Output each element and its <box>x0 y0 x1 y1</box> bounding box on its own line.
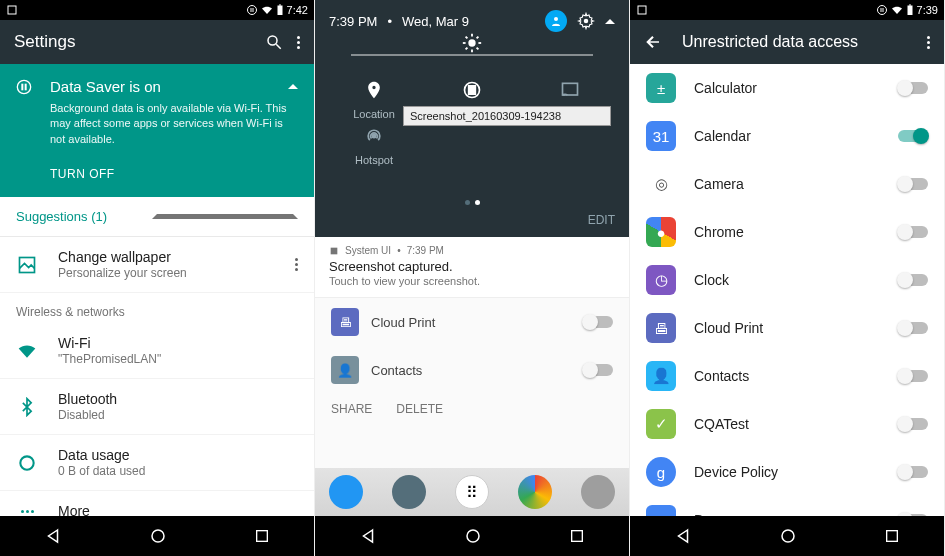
svg-point-8 <box>17 80 30 93</box>
svg-rect-5 <box>279 5 281 6</box>
share-button[interactable]: SHARE <box>331 402 372 416</box>
app-row[interactable]: 🖶Cloud Print <box>630 304 944 352</box>
app-row[interactable]: ±Calculator <box>630 64 944 112</box>
tile-label: Location <box>353 108 395 120</box>
home-nav-icon[interactable] <box>149 527 167 545</box>
toggle[interactable] <box>583 364 613 376</box>
toggle[interactable] <box>898 82 928 94</box>
home-nav-icon[interactable] <box>779 527 797 545</box>
data-saver-status-icon <box>246 4 258 16</box>
recents-nav-icon[interactable] <box>569 528 585 544</box>
app-row[interactable]: 👤Contacts <box>630 352 944 400</box>
qs-time: 7:39 PM <box>329 14 377 29</box>
suggestions-header[interactable]: Suggestions (1) <box>0 197 314 237</box>
bluetooth-item[interactable]: Bluetooth Disabled <box>0 379 314 435</box>
toggle[interactable] <box>898 130 928 142</box>
item-subtitle: Personalize your screen <box>58 266 275 280</box>
app-row[interactable]: ≡Docs <box>630 496 944 516</box>
app-row[interactable]: ◷Clock <box>630 256 944 304</box>
cast-icon <box>560 80 580 100</box>
app-row[interactable]: gDevice Policy <box>630 448 944 496</box>
toggle[interactable] <box>898 466 928 478</box>
turnoff-button[interactable]: TURN OFF <box>50 161 115 187</box>
app-name: CQATest <box>694 416 880 432</box>
back-arrow-icon[interactable] <box>644 33 662 51</box>
svg-rect-36 <box>880 8 881 12</box>
toggle[interactable] <box>898 370 928 382</box>
toggle[interactable] <box>898 226 928 238</box>
dataaccess-screen: 7:39 Unrestricted data access ±Calculato… <box>630 0 945 556</box>
toggle[interactable] <box>583 316 613 328</box>
edit-button[interactable]: EDIT <box>315 213 629 237</box>
screenshot-toast: Screenshot_20160309-194238 <box>403 106 611 126</box>
data-saver-status-icon <box>876 4 888 16</box>
screenshot-notification[interactable]: System UI • 7:39 PM Screenshot captured.… <box>315 237 629 298</box>
home-nav-icon[interactable] <box>464 527 482 545</box>
app-row[interactable]: ●Chrome <box>630 208 944 256</box>
datasaver-banner[interactable]: Data Saver is on Background data is only… <box>0 64 314 197</box>
phone-app-icon[interactable] <box>329 475 363 509</box>
back-nav-icon[interactable] <box>674 527 692 545</box>
svg-rect-31 <box>331 247 338 254</box>
share-cloudprint-row[interactable]: 🖶 Cloud Print <box>315 298 629 346</box>
recents-nav-icon[interactable] <box>884 528 900 544</box>
settings-appbar: Settings <box>0 20 314 64</box>
apps-drawer-icon[interactable]: ⠿ <box>455 475 489 509</box>
app-row[interactable]: 31Calendar <box>630 112 944 160</box>
svg-rect-39 <box>909 5 911 6</box>
wifi-status-icon <box>891 4 903 16</box>
hotspot-tile[interactable]: Hotspot <box>325 126 423 166</box>
item-overflow-icon[interactable] <box>295 258 298 271</box>
brightness-slider[interactable] <box>315 42 629 60</box>
datausage-icon <box>16 453 38 473</box>
notif-app: System UI <box>345 245 391 256</box>
wifi-item[interactable]: Wi-Fi "ThePromisedLAN" <box>0 323 314 379</box>
datasaver-title: Data Saver is on <box>50 78 270 95</box>
app-icon: ● <box>646 217 676 247</box>
nav-bar <box>630 516 944 556</box>
brightness-icon <box>461 32 483 54</box>
share-contacts-row[interactable]: 👤 Contacts <box>315 346 629 394</box>
svg-line-22 <box>466 37 468 39</box>
chevron-up-icon[interactable] <box>288 84 298 89</box>
settings-screen: 7:42 Settings Data Saver is on Backgroun… <box>0 0 315 556</box>
datausage-item[interactable]: Data usage 0 B of data used <box>0 435 314 491</box>
nav-bar <box>0 516 314 556</box>
svg-point-13 <box>152 530 164 542</box>
change-wallpaper-item[interactable]: Change wallpaper Personalize your screen <box>0 237 314 293</box>
svg-rect-3 <box>252 8 253 12</box>
app-name: Camera <box>694 176 880 192</box>
collapse-icon[interactable] <box>605 19 615 24</box>
toggle[interactable] <box>898 322 928 334</box>
notif-title: Screenshot captured. <box>329 259 615 274</box>
app-icon: ◎ <box>646 169 676 199</box>
delete-button[interactable]: DELETE <box>396 402 443 416</box>
gear-icon[interactable] <box>577 12 595 30</box>
camera-app-icon[interactable] <box>581 475 615 509</box>
svg-point-17 <box>468 39 475 46</box>
overflow-menu-icon[interactable] <box>927 36 930 49</box>
app-icon: g <box>646 457 676 487</box>
messages-app-icon[interactable] <box>392 475 426 509</box>
notif-subtitle: Touch to view your screenshot. <box>329 275 615 287</box>
app-list[interactable]: ±Calculator31Calendar◎Camera●Chrome◷Cloc… <box>630 64 944 516</box>
overflow-menu-icon[interactable] <box>297 36 300 49</box>
svg-rect-2 <box>250 8 251 12</box>
statusbar: 7:39 <box>630 0 944 20</box>
chrome-app-icon[interactable] <box>518 475 552 509</box>
share-label: Cloud Print <box>371 315 435 330</box>
svg-point-12 <box>20 456 33 469</box>
toggle[interactable] <box>898 178 928 190</box>
back-nav-icon[interactable] <box>44 527 62 545</box>
nav-bar <box>315 516 629 556</box>
search-icon[interactable] <box>265 33 283 51</box>
toggle[interactable] <box>898 274 928 286</box>
user-avatar-icon[interactable] <box>545 10 567 32</box>
app-name: Device Policy <box>694 464 880 480</box>
app-row[interactable]: ✓CQATest <box>630 400 944 448</box>
recents-nav-icon[interactable] <box>254 528 270 544</box>
toggle[interactable] <box>898 418 928 430</box>
back-nav-icon[interactable] <box>359 527 377 545</box>
datasaver-tile[interactable]: Data Saver Screenshot_20160309-194238 <box>423 80 521 120</box>
app-row[interactable]: ◎Camera <box>630 160 944 208</box>
